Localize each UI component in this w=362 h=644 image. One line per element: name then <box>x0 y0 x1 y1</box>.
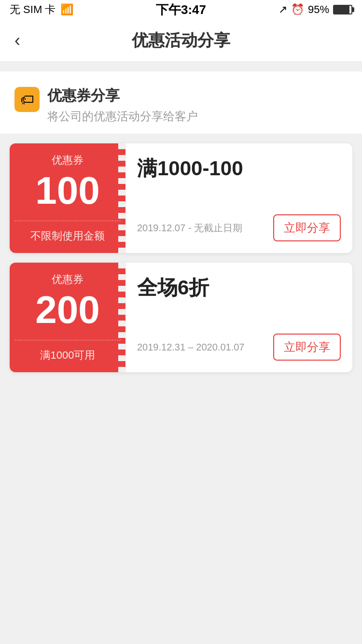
coupon-left-0: 优惠券 100 不限制使用金额 <box>10 143 125 253</box>
coupon-left-1: 优惠券 200 满1000可用 <box>10 263 125 372</box>
coupon-bottom-0: 2019.12.07 - 无截止日期 立即分享 <box>137 214 341 241</box>
alarm-icon: ⏰ <box>291 3 304 16</box>
coupon-date-1: 2019.12.31 – 2020.01.07 <box>137 342 268 353</box>
status-bar: 无 SIM 卡 📶 下午3:47 ↗ ⏰ 95% <box>0 0 362 19</box>
coupon-divider-1 <box>14 340 121 340</box>
coupon-title-1: 全场6折 <box>137 274 341 301</box>
nav-bar: ‹ 优惠活动分享 <box>0 19 362 62</box>
wifi-icon: 📶 <box>60 3 73 16</box>
carrier-text: 无 SIM 卡 <box>10 2 56 17</box>
status-right: ↗ ⏰ 95% <box>278 3 352 16</box>
battery-percent: 95% <box>308 3 329 16</box>
coupon-label-0: 优惠券 <box>52 153 84 168</box>
battery-fill <box>334 6 349 14</box>
coupon-condition-0: 不限制使用金额 <box>30 229 105 243</box>
coupon-label-1: 优惠券 <box>52 272 84 287</box>
coupon-condition-1: 满1000可用 <box>40 348 96 363</box>
back-button[interactable]: ‹ <box>14 30 20 51</box>
coupon-card: 优惠券 100 不限制使用金额 满1000-100 2019.12.07 - 无… <box>10 143 352 253</box>
coupon-list: 优惠券 100 不限制使用金额 满1000-100 2019.12.07 - 无… <box>0 134 362 382</box>
section-icon: 🏷 <box>14 87 40 112</box>
battery-icon <box>333 5 352 14</box>
coupon-bottom-1: 2019.12.31 – 2020.01.07 立即分享 <box>137 334 341 361</box>
status-time: 下午3:47 <box>156 1 206 18</box>
status-left: 无 SIM 卡 📶 <box>10 2 73 17</box>
location-icon: ↗ <box>278 3 287 16</box>
share-button-0[interactable]: 立即分享 <box>273 214 341 241</box>
coupon-card: 优惠券 200 满1000可用 全场6折 2019.12.31 – 2020.0… <box>10 263 352 372</box>
page-title: 优惠活动分享 <box>132 29 230 52</box>
coupon-right-1: 全场6折 2019.12.31 – 2020.01.07 立即分享 <box>125 263 352 372</box>
coupon-amount-1: 200 <box>35 291 99 329</box>
coupon-date-0: 2019.12.07 - 无截止日期 <box>137 222 268 235</box>
coupon-right-0: 满1000-100 2019.12.07 - 无截止日期 立即分享 <box>125 143 352 253</box>
section-header: 🏷 优惠券分享 将公司的优惠活动分享给客户 <box>0 71 362 134</box>
section-text: 优惠券分享 将公司的优惠活动分享给客户 <box>47 86 198 124</box>
section-heading: 优惠券分享 <box>47 86 198 106</box>
coupon-amount-0: 100 <box>35 171 99 210</box>
coupon-title-0: 满1000-100 <box>137 155 341 182</box>
section-description: 将公司的优惠活动分享给客户 <box>47 109 198 124</box>
coupon-divider-0 <box>14 221 121 221</box>
share-button-1[interactable]: 立即分享 <box>273 334 341 361</box>
